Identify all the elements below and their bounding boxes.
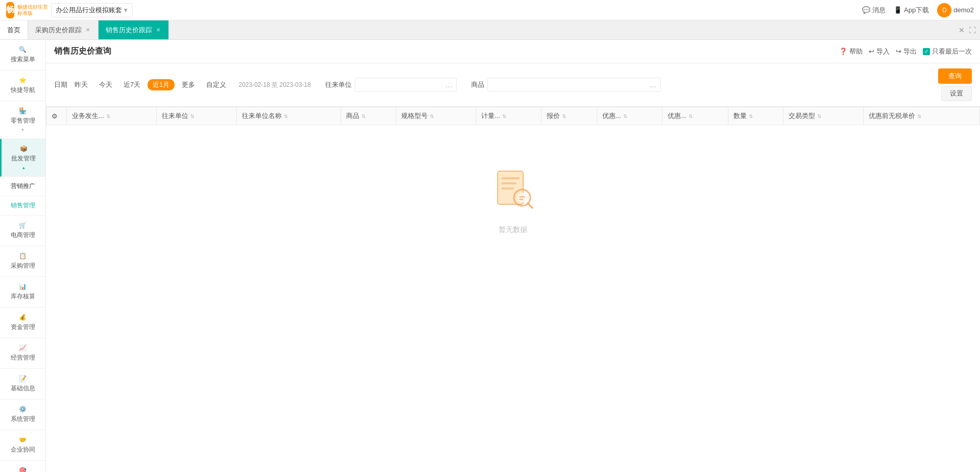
empty-text: 暂无数据	[499, 225, 527, 234]
message-button[interactable]: 💬 消息	[862, 6, 886, 15]
date-filter-group: 日期 昨天 今天 近7天 近1月 更多 自定义	[54, 79, 230, 90]
tab-close-purchase[interactable]: ✕	[85, 26, 91, 34]
sidebar-item-retail-mgmt[interactable]: 🏪 零售管理 ▾	[0, 101, 45, 139]
table-col-gear[interactable]: ⚙	[46, 107, 67, 125]
tab-home[interactable]: 首页	[0, 20, 28, 39]
table-col-quote[interactable]: 报价 ⇅	[542, 107, 597, 125]
tab-close-sales[interactable]: ✕	[155, 26, 161, 34]
sidebar-item-sales-mgmt[interactable]: 销售管理	[0, 196, 45, 216]
sidebar-item-quick-nav[interactable]: ⭐ 快捷导航	[0, 70, 45, 101]
trending-icon: 📈	[19, 344, 27, 351]
partner-input[interactable]: ...	[355, 78, 457, 92]
column-settings-icon[interactable]: ⚙	[52, 112, 58, 120]
table-col-product[interactable]: 商品 ⇅	[340, 107, 396, 125]
cart-icon: 🛒	[19, 222, 27, 229]
sort-icon: ⇅	[430, 113, 434, 119]
sort-icon: ⇅	[106, 113, 110, 119]
maximize-button[interactable]: ⛶	[969, 26, 976, 34]
help-button[interactable]: ❓ 帮助	[839, 47, 863, 56]
sidebar-item-basic-info[interactable]: 📝 基础信息	[0, 369, 45, 399]
sidebar-item-inventory[interactable]: 📊 库存核算	[0, 277, 45, 308]
empty-state: 暂无数据	[46, 125, 980, 275]
partner-filter-group: 往来单位 ...	[325, 78, 457, 92]
table-col-partner-code[interactable]: 往来单位 ⇅	[157, 107, 236, 125]
svg-point-5	[517, 193, 527, 203]
table-col-trade-type[interactable]: 交易类型 ⇅	[783, 107, 863, 125]
star-icon: ⭐	[19, 77, 27, 84]
sort-icon: ⇅	[562, 113, 566, 119]
product-filter-group: 商品 ...	[471, 78, 661, 92]
table-col-biz-date[interactable]: 业务发生... ⇅	[67, 107, 157, 125]
sidebar-item-purchase-mgmt[interactable]: 📋 采购管理	[0, 246, 45, 277]
shop-icon: 🏪	[19, 107, 27, 114]
sidebar-item-ecommerce-mgmt[interactable]: 🛒 电商管理	[0, 216, 45, 246]
message-icon: 💬	[862, 6, 870, 14]
partner-label: 往来单位	[325, 80, 352, 89]
money-icon: 💰	[19, 314, 27, 321]
date-yesterday-btn[interactable]: 昨天	[70, 79, 92, 90]
user-menu[interactable]: D demo2	[937, 3, 974, 17]
export-button[interactable]: ↪ 导出	[896, 47, 917, 56]
app-download-button[interactable]: 📱 App下载	[894, 6, 929, 15]
chevron-down-icon: ▾	[124, 6, 128, 14]
sidebar-item-operations-mgmt[interactable]: 📈 经营管理	[0, 338, 45, 369]
download-icon: 📱	[894, 6, 902, 14]
checkbox-checked-icon: ✓	[923, 48, 930, 55]
search-icon: 🔍	[19, 46, 27, 53]
empty-icon	[487, 166, 538, 217]
app-logo: 畅 畅捷信好生意 标准版	[6, 2, 47, 18]
product-label: 商品	[471, 80, 484, 89]
export-icon: ↪	[896, 48, 901, 55]
sidebar-item-search-menu[interactable]: 🔍 搜索菜单	[0, 40, 45, 70]
close-window-button[interactable]: ✕	[959, 26, 965, 34]
svg-rect-2	[501, 182, 517, 184]
content-area: 销售历史价查询 ❓ 帮助 ↩ 导入 ↪ 导出 ✓ 只看最后一次	[46, 40, 980, 472]
chevron-up-icon: ▴	[22, 165, 25, 170]
help-icon: ❓	[839, 48, 847, 55]
table-col-spec[interactable]: 规格型号 ⇅	[396, 107, 476, 125]
package-icon: 📦	[20, 145, 28, 152]
settings-button[interactable]: 设置	[941, 86, 972, 101]
date-1month-btn[interactable]: 近1月	[148, 79, 175, 90]
only-last-checkbox[interactable]: ✓ 只看最后一次	[923, 47, 972, 56]
clipboard-icon: 📋	[19, 252, 27, 259]
query-button[interactable]: 查询	[938, 68, 972, 84]
table-col-quantity[interactable]: 数量 ⇅	[728, 107, 783, 125]
date-custom-btn[interactable]: 自定义	[202, 79, 230, 90]
table-area: ⚙ 业务发生... ⇅ 往来单位 ⇅	[46, 107, 980, 472]
svg-line-6	[528, 203, 532, 208]
sidebar-item-enterprise-agreement[interactable]: 🤝 企业协同	[0, 430, 45, 461]
page-header-actions: ❓ 帮助 ↩ 导入 ↪ 导出 ✓ 只看最后一次	[839, 47, 972, 56]
date-more-btn[interactable]: 更多	[178, 79, 199, 90]
tabbar: 首页 采购历史价跟踪 ✕ 销售历史价跟踪 ✕ ✕ ⛶	[0, 20, 980, 40]
table-col-partner-name[interactable]: 往来单位名称 ⇅	[236, 107, 340, 125]
date-7days-btn[interactable]: 近7天	[119, 79, 144, 90]
tab-purchase-history[interactable]: 采购历史价跟踪 ✕	[28, 20, 99, 39]
sidebar-item-marketing[interactable]: 营销推广	[0, 177, 45, 196]
tabbar-actions: ✕ ⛶	[954, 20, 980, 39]
date-label: 日期	[54, 80, 67, 89]
table-header-row: ⚙ 业务发生... ⇅ 往来单位 ⇅	[46, 107, 980, 125]
tab-sales-history[interactable]: 销售历史价跟踪 ✕	[99, 20, 169, 39]
gear-icon: ⚙️	[19, 406, 27, 413]
date-today-btn[interactable]: 今天	[95, 79, 116, 90]
sidebar-item-system-mgmt[interactable]: ⚙️ 系统管理	[0, 399, 45, 430]
chevron-down-icon: ▾	[21, 127, 24, 132]
sidebar-item-finance-mgmt[interactable]: 💰 资金管理	[0, 308, 45, 338]
filter-bar: 日期 昨天 今天 近7天 近1月 更多 自定义 2023-02-18 至 202…	[46, 63, 980, 107]
table-col-pre-tax-price[interactable]: 优惠前无税单价 ⇅	[863, 107, 979, 125]
sidebar-item-beginner-guide[interactable]: 🎯 新手引导	[0, 461, 45, 472]
import-button[interactable]: ↩ 导入	[869, 47, 890, 56]
account-dropdown[interactable]: 办公用品行业模拟账套 ▾	[51, 3, 133, 17]
svg-rect-3	[501, 187, 514, 190]
table-col-discount1[interactable]: 优惠... ⇅	[597, 107, 663, 125]
table-col-discount2[interactable]: 优惠... ⇅	[663, 107, 728, 125]
document-icon: 📝	[19, 375, 27, 382]
product-input-trigger: ...	[650, 80, 656, 89]
sort-icon: ⇅	[749, 113, 753, 119]
table-col-unit[interactable]: 计量... ⇅	[476, 107, 542, 125]
sort-icon: ⇅	[284, 113, 288, 119]
sidebar-item-wholesale-mgmt[interactable]: 📦 批发管理 ▴	[0, 139, 45, 177]
product-input[interactable]: ...	[487, 78, 661, 92]
topbar: 畅 畅捷信好生意 标准版 办公用品行业模拟账套 ▾ 💬 消息 📱 App下载 D…	[0, 0, 980, 20]
